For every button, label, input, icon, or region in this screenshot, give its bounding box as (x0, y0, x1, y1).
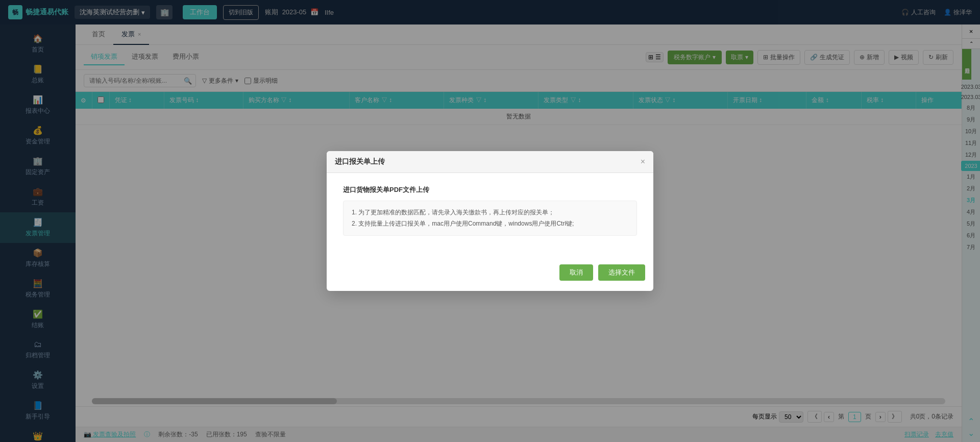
modal-overlay[interactable]: 进口报关单上传 × 进口货物报关单PDF文件上传 1. 为了更加精准的数据匹配，… (0, 0, 980, 442)
modal-close-button[interactable]: × (641, 157, 645, 166)
modal-footer: 取消 选择文件 (327, 258, 653, 291)
cancel-modal-button[interactable]: 取消 (559, 264, 593, 281)
select-file-button[interactable]: 选择文件 (598, 264, 645, 281)
modal-body: 进口货物报关单PDF文件上传 1. 为了更加精准的数据匹配，请先录入海关缴款书，… (327, 173, 653, 258)
modal-header: 进口报关单上传 × (327, 151, 653, 173)
modal-title: 进口报关单上传 (335, 157, 385, 166)
modal-section-title: 进口货物报关单PDF文件上传 (343, 185, 637, 194)
modal-info-box: 1. 为了更加精准的数据匹配，请先录入海关缴款书，再上传对应的报关单； 2. 支… (343, 201, 637, 236)
import-modal: 进口报关单上传 × 进口货物报关单PDF文件上传 1. 为了更加精准的数据匹配，… (327, 151, 653, 291)
modal-info-line-2: 2. 支持批量上传进口报关单，mac用户使用Command键，windows用户… (352, 218, 628, 230)
modal-info-line-1: 1. 为了更加精准的数据匹配，请先录入海关缴款书，再上传对应的报关单； (352, 207, 628, 218)
